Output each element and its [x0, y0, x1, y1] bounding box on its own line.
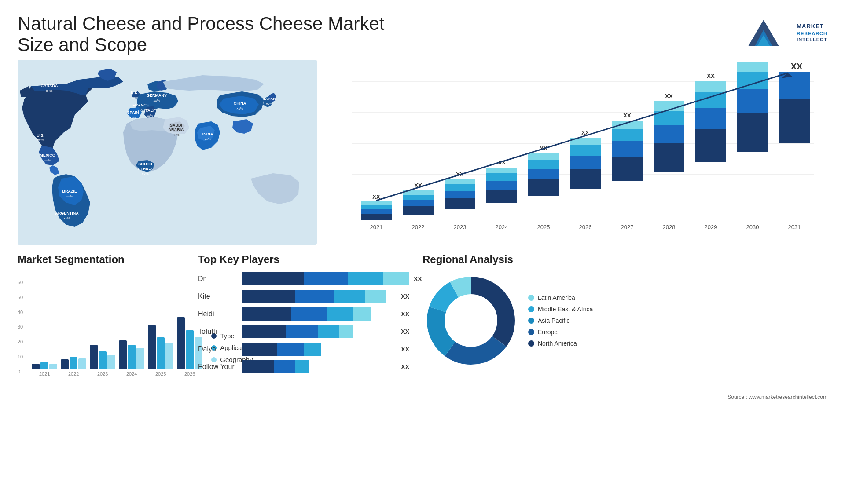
svg-text:xx%: xx% [129, 116, 136, 120]
seg-bar-geo-2023 [107, 355, 115, 369]
header: Natural Cheese and Process Cheese Market… [0, 0, 845, 60]
seg-x-label-2022: 2022 [61, 371, 86, 376]
svg-text:xx%: xx% [153, 99, 160, 102]
svg-rect-90 [695, 129, 726, 162]
bar-chart-section: XX 2021 XX 2022 XX 2023 XX 2024 [326, 60, 827, 245]
svg-text:2022: 2022 [412, 224, 425, 230]
svg-text:JAPAN: JAPAN [263, 97, 276, 101]
regional-legend: Latin America Middle East & Africa Asia … [528, 294, 593, 347]
svg-rect-84 [654, 143, 684, 172]
donut-chart-svg [422, 272, 519, 369]
seg-bar-app-2022 [70, 357, 77, 369]
seg-bar-app-2025 [157, 337, 165, 369]
players-title: Top Key Players [198, 253, 409, 266]
svg-rect-56 [445, 184, 475, 191]
seg-bar-group-2021 [32, 362, 57, 369]
seg-bar-group-2023 [90, 345, 115, 369]
seg-bar-type-2026 [177, 317, 185, 369]
regional-label-europe: Europe [538, 329, 558, 336]
donut-area: Latin America Middle East & Africa Asia … [422, 272, 827, 369]
svg-text:xx%: xx% [131, 96, 138, 100]
svg-text:XX: XX [707, 73, 715, 79]
seg-x-label-2025: 2025 [148, 371, 173, 376]
svg-rect-102 [779, 99, 810, 143]
svg-text:MEXICO: MEXICO [40, 153, 55, 157]
seg-x-label-2023: 2023 [90, 371, 115, 376]
svg-rect-55 [445, 191, 475, 198]
svg-text:2029: 2029 [705, 224, 717, 230]
player-row-kite: Kite XX [198, 290, 409, 303]
player-name-tofutti: Tofutti [198, 328, 238, 336]
svg-rect-73 [570, 156, 601, 169]
svg-rect-62 [486, 173, 517, 181]
svg-rect-67 [528, 169, 559, 179]
seg-bar-app-2024 [128, 345, 136, 369]
svg-rect-69 [528, 153, 559, 160]
svg-rect-80 [612, 129, 643, 141]
player-row-dr: Dr. XX [198, 272, 409, 285]
svg-rect-93 [695, 81, 726, 92]
svg-rect-68 [528, 160, 559, 169]
player-xx-daiya: XX [401, 346, 409, 353]
segmentation-section: Market Segmentation 60 50 40 30 20 10 0 [18, 253, 185, 390]
seg-x-label-2024: 2024 [119, 371, 144, 376]
page-title: Natural Cheese and Process Cheese Market… [18, 13, 414, 55]
player-bar-heidi [242, 307, 397, 321]
seg-bar-app-2026 [186, 330, 194, 369]
player-xx-followyour: XX [401, 363, 409, 370]
svg-text:2024: 2024 [496, 224, 508, 230]
svg-rect-63 [486, 168, 517, 173]
player-name-heidi: Heidi [198, 310, 238, 318]
svg-text:xx%: xx% [46, 89, 52, 93]
player-row-tofutti: Tofutti XX [198, 325, 409, 338]
regional-legend-asia: Asia Pacific [528, 317, 593, 324]
svg-rect-43 [361, 209, 392, 214]
svg-rect-91 [695, 108, 726, 129]
player-bar-kite [242, 290, 397, 303]
seg-bar-type-2023 [90, 345, 98, 369]
svg-text:XX: XX [791, 62, 803, 71]
svg-text:ITALY: ITALY [144, 108, 155, 113]
svg-rect-45 [361, 201, 392, 205]
svg-rect-81 [612, 121, 643, 129]
seg-bar-type-2021 [32, 364, 40, 369]
seg-bar-app-2023 [99, 351, 107, 369]
svg-rect-44 [361, 205, 392, 209]
svg-text:xx%: xx% [204, 137, 211, 141]
svg-point-114 [447, 296, 495, 345]
svg-text:xx%: xx% [142, 172, 148, 176]
seg-bar-type-2025 [148, 325, 156, 369]
svg-rect-50 [403, 195, 434, 200]
svg-rect-85 [654, 125, 684, 143]
svg-text:2025: 2025 [537, 224, 550, 230]
regional-dot-northamerica [528, 340, 534, 347]
logo-text: MARKET RESEARCH INTELLECT [797, 23, 827, 43]
svg-text:xx%: xx% [66, 194, 73, 198]
svg-rect-57 [445, 179, 475, 184]
regional-label-latin: Latin America [538, 294, 575, 301]
svg-rect-103 [779, 72, 810, 99]
bar-chart-svg: XX 2021 XX 2022 XX 2023 XX 2024 [334, 60, 827, 245]
svg-text:GERMANY: GERMANY [147, 93, 167, 98]
logo-icon [735, 13, 792, 53]
player-xx-heidi: XX [401, 310, 409, 318]
regional-legend-mea: Middle East & Africa [528, 306, 593, 313]
player-row-heidi: Heidi XX [198, 307, 409, 321]
svg-text:ARABIA: ARABIA [169, 128, 184, 132]
seg-bar-group-2025 [148, 325, 173, 369]
seg-y-axis: 60 50 40 30 20 10 0 [18, 280, 23, 376]
player-xx-tofutti: XX [401, 328, 409, 335]
seg-bar-geo-2024 [136, 348, 144, 369]
svg-rect-42 [361, 214, 392, 220]
svg-text:2023: 2023 [454, 224, 467, 230]
svg-text:2028: 2028 [663, 224, 676, 230]
seg-x-label-2021: 2021 [32, 371, 57, 376]
player-bar-followyour [242, 360, 397, 373]
svg-rect-74 [570, 145, 601, 156]
svg-text:xx%: xx% [146, 113, 153, 117]
world-map-svg: CANADA xx% U.S. xx% MEXICO xx% BRAZIL xx… [18, 60, 317, 245]
svg-text:SAUDI: SAUDI [170, 123, 182, 128]
seg-bar-type-2024 [119, 340, 127, 369]
svg-text:FRANCE: FRANCE [132, 103, 149, 107]
svg-text:CHINA: CHINA [234, 101, 246, 106]
